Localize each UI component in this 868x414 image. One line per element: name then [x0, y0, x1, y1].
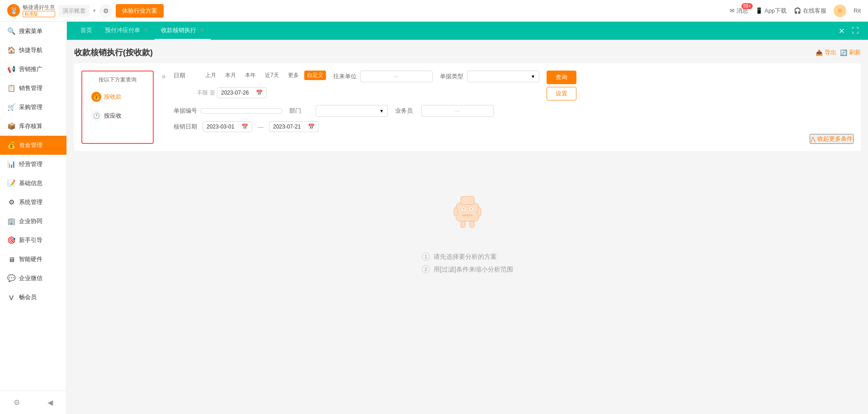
- filter-by-receipt[interactable]: 💰 按收款: [87, 88, 148, 105]
- date-end-value: 2023-07-26: [221, 90, 249, 96]
- sidebar-item-hardware[interactable]: 🖥智能硬件: [0, 250, 66, 269]
- date-filter-row: 日期 上月 本月 本年 近7天 更多 自定义: [174, 71, 326, 80]
- page-content: 收款核销执行(按收款) 📤 导出 🔄 刷新 按以下方案查询: [67, 40, 868, 414]
- sidebar-item-system[interactable]: ⚙系统管理: [0, 193, 66, 212]
- tip-num-1: 1: [422, 252, 430, 261]
- shortcut-more[interactable]: 更多: [284, 71, 302, 80]
- tip-num-2: 2: [422, 265, 430, 273]
- sidebar-item-wechat[interactable]: 💬企业微信: [0, 269, 66, 288]
- salesperson-input[interactable]: ···: [421, 105, 494, 117]
- shortcut-last-month[interactable]: 上月: [202, 71, 220, 80]
- shortcut-this-year[interactable]: 本年: [241, 71, 259, 80]
- chevron-down-doc: ▾: [532, 73, 534, 80]
- purchase-label: 采购管理: [19, 103, 42, 111]
- online-service-label: 在线客服: [803, 7, 826, 15]
- export-button[interactable]: 📤 导出: [816, 48, 836, 57]
- sidebar-bottom: ⚙ ◀: [0, 390, 66, 414]
- guide-label: 新手引导: [19, 236, 42, 244]
- sidebar-item-guide[interactable]: 🎯新手引导: [0, 231, 66, 250]
- sidebar-item-enterprise[interactable]: 🏢企业协同: [0, 212, 66, 231]
- message-button[interactable]: ✉ 消息 99+: [730, 7, 748, 15]
- online-service-button[interactable]: 🎧 在线客服: [794, 7, 826, 15]
- chevron-down-icon[interactable]: ▾: [93, 8, 96, 14]
- tip-text-2: 用[过滤]条件来缩小分析范围: [434, 263, 513, 276]
- collapse-more-button[interactable]: ⋀ 收起更多条件: [810, 134, 854, 144]
- date-no-limit: 不限: [197, 89, 208, 97]
- sidebar-settings-button[interactable]: ⚙: [11, 395, 23, 409]
- svg-rect-10: [461, 221, 465, 228]
- filter-panel-title: 按以下方案查询: [87, 76, 148, 84]
- finance-label: 资金管理: [19, 141, 42, 149]
- verify-date-end-input[interactable]: 2023-07-21 📅: [269, 121, 319, 132]
- sidebar-item-member[interactable]: V畅会员: [0, 288, 66, 307]
- verify-date-start-value: 2023-03-01: [207, 124, 234, 130]
- shortcut-custom[interactable]: 自定义: [304, 71, 326, 80]
- sidebar-item-marketing[interactable]: 📢营销推广: [0, 60, 66, 79]
- verify-date-start-input[interactable]: 2023-03-01 📅: [203, 121, 252, 132]
- content-area: 首页预付冲应付单✕收款核销执行✕ ✕ ⛶ 收款核销执行(按收款) 📤 导出 🔄: [67, 22, 868, 414]
- filter-by-receivable[interactable]: 🕐 按应收: [87, 107, 148, 124]
- member-label: 畅会员: [19, 293, 37, 301]
- date-dash: —: [258, 124, 264, 130]
- settings-icon[interactable]: ⚙: [99, 5, 112, 17]
- wechat-icon: 💬: [7, 274, 15, 282]
- date-shortcuts: 上月 本月 本年 近7天 更多 自定义: [202, 71, 326, 80]
- message-icon: ✉: [730, 7, 735, 14]
- close-tab-button[interactable]: ✕: [837, 25, 846, 37]
- filter-settings-button[interactable]: 设置: [547, 87, 576, 100]
- sidebar: 🔍搜索菜单🏠快捷导航📢营销推广📋销售管理🛒采购管理📦库存核算💰资金管理📊经营管理…: [0, 22, 67, 414]
- sidebar-item-quick-nav[interactable]: 🏠快捷导航: [0, 41, 66, 60]
- sidebar-collapse-button[interactable]: ◀: [45, 395, 56, 409]
- sidebar-item-finance[interactable]: 💰资金管理: [0, 136, 66, 155]
- system-label: 系统管理: [19, 198, 42, 206]
- verify-date-end-value: 2023-07-21: [273, 124, 301, 130]
- counterparty-ellipsis: ···: [394, 73, 399, 80]
- svg-rect-9: [477, 208, 481, 216]
- doc-no-input[interactable]: [201, 108, 282, 114]
- sidebar-item-sales[interactable]: 📋销售管理: [0, 79, 66, 98]
- sidebar-item-inventory[interactable]: 📦库存核算: [0, 117, 66, 136]
- company-name[interactable]: 演示账套: [59, 5, 90, 17]
- inventory-icon: 📦: [7, 122, 15, 130]
- collapse-panel-button[interactable]: »: [159, 72, 168, 81]
- industry-button[interactable]: 体验行业方案: [116, 4, 164, 18]
- verify-calendar-start-icon: 📅: [241, 124, 248, 130]
- hardware-icon: 🖥: [7, 256, 15, 263]
- shortcut-7days[interactable]: 近7天: [261, 71, 283, 80]
- salesperson-row: 业务员 ···: [395, 105, 494, 117]
- user-name[interactable]: Rit: [854, 7, 861, 14]
- filter-left-panel: 按以下方案查询 💰 按收款 🕐 按应收: [81, 71, 154, 144]
- enterprise-label: 企业协同: [19, 217, 42, 225]
- finance-icon: 💰: [7, 141, 15, 149]
- query-button[interactable]: 查询: [547, 71, 576, 84]
- receivable-icon: 🕐: [91, 111, 101, 121]
- sidebar-item-search-menu[interactable]: 🔍搜索菜单: [0, 22, 66, 41]
- search-menu-label: 搜索菜单: [19, 27, 42, 35]
- department-select[interactable]: ▾: [316, 105, 388, 117]
- date-label: 日期: [174, 71, 196, 80]
- marketing-label: 营销推广: [19, 65, 42, 73]
- date-end-input[interactable]: 2023-07-26 📅: [217, 87, 267, 98]
- refresh-button[interactable]: 🔄 刷新: [840, 48, 861, 57]
- sidebar-item-purchase[interactable]: 🛒采购管理: [0, 98, 66, 117]
- tab-prepay[interactable]: 预付冲应付单✕: [99, 22, 155, 40]
- sidebar-item-basic-info[interactable]: 📝基础信息: [0, 174, 66, 193]
- tab-close-receipt[interactable]: ✕: [200, 27, 204, 33]
- top-bar-right: ✉ 消息 99+ 📱 App下载 🎧 在线客服 R Rit: [730, 5, 861, 17]
- sidebar-item-operation[interactable]: 📊经营管理: [0, 155, 66, 174]
- doc-type-select[interactable]: ▾: [467, 71, 539, 82]
- counterparty-input[interactable]: ···: [360, 71, 433, 82]
- tab-close-prepay[interactable]: ✕: [144, 27, 148, 33]
- tip-text-1: 请先选择要分析的方案: [434, 250, 497, 263]
- tab-home[interactable]: 首页: [74, 22, 99, 40]
- basic-info-label: 基础信息: [19, 179, 42, 187]
- tab-receipt[interactable]: 收款核销执行✕: [155, 22, 211, 40]
- shortcut-this-month[interactable]: 本月: [222, 71, 240, 80]
- expand-button[interactable]: ⛶: [850, 25, 861, 37]
- counterparty-label: 往来单位: [333, 72, 357, 81]
- app-download-button[interactable]: 📱 App下载: [755, 7, 787, 15]
- teal-header: 首页预付冲应付单✕收款核销执行✕ ✕ ⛶: [67, 22, 868, 40]
- top-bar: 🐰 畅捷通好生意 标准版 演示账套 ▾ ⚙ 体验行业方案 ✉ 消息 99+ 📱 …: [0, 0, 868, 22]
- logo-area: 🐰 畅捷通好生意 标准版: [7, 4, 55, 17]
- svg-point-5: [463, 208, 465, 210]
